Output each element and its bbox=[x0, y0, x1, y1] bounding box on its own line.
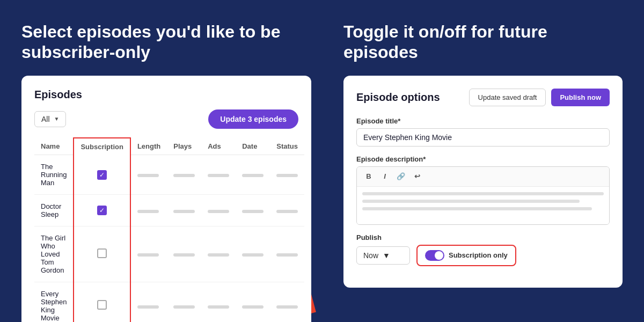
subscription-checkbox[interactable]: ✓ bbox=[74, 155, 130, 195]
episode-description-group: Episode description* B I 🔗 ↩ bbox=[356, 155, 610, 225]
date-cell bbox=[236, 282, 270, 322]
status-cell bbox=[270, 226, 304, 282]
ads-cell bbox=[201, 226, 236, 282]
chevron-down-icon: ▼ bbox=[54, 116, 60, 122]
table-row: Every Stephen King Movie bbox=[34, 282, 304, 322]
checkbox-unchecked-icon[interactable] bbox=[97, 300, 107, 310]
subscription-checkbox[interactable] bbox=[74, 226, 130, 282]
table-row: The Running Man ✓ bbox=[34, 155, 304, 195]
col-subscription: Subscription bbox=[74, 138, 130, 155]
episode-name: The Girl Who Loved Tom Gordon bbox=[34, 226, 74, 282]
length-cell bbox=[130, 155, 167, 195]
bold-button[interactable]: B bbox=[362, 170, 375, 183]
table-row: Doctor Sleep ✓ bbox=[34, 195, 304, 226]
options-card-header: Episode options Update saved draft Publi… bbox=[356, 89, 610, 106]
ads-cell bbox=[201, 195, 236, 226]
text-line bbox=[362, 207, 592, 210]
right-heading: Toggle it on/off for future episodes bbox=[343, 21, 623, 63]
filter-dropdown[interactable]: All ▼ bbox=[34, 111, 66, 127]
ads-cell bbox=[201, 155, 236, 195]
checkbox-checked-icon[interactable]: ✓ bbox=[97, 170, 107, 180]
plays-cell bbox=[167, 282, 201, 322]
length-cell bbox=[130, 195, 167, 226]
chevron-down-icon: ▼ bbox=[383, 251, 390, 260]
col-name: Name bbox=[34, 138, 74, 155]
table-row: The Girl Who Loved Tom Gordon bbox=[34, 226, 304, 282]
italic-button[interactable]: I bbox=[378, 170, 391, 183]
subscription-only-label: Subscription only bbox=[449, 251, 508, 259]
description-content[interactable] bbox=[357, 187, 609, 224]
publish-now-button[interactable]: Publish now bbox=[551, 89, 610, 106]
status-cell bbox=[270, 195, 304, 226]
publish-time-dropdown[interactable]: Now ▼ bbox=[356, 246, 410, 265]
subscription-only-toggle[interactable]: Subscription only bbox=[416, 245, 516, 266]
col-status: Status bbox=[270, 138, 304, 155]
publish-time-value: Now bbox=[363, 251, 378, 260]
episodes-title: Episodes bbox=[34, 89, 298, 101]
date-cell bbox=[236, 195, 270, 226]
card-toolbar: All ▼ Update 3 episodes bbox=[34, 109, 298, 129]
left-heading: Select episodes you'd like to be subscri… bbox=[21, 21, 311, 63]
update-draft-button[interactable]: Update saved draft bbox=[469, 89, 546, 106]
length-cell bbox=[130, 226, 167, 282]
undo-button[interactable]: ↩ bbox=[411, 170, 423, 183]
episodes-card: Episodes All ▼ Update 3 episodes Name Su… bbox=[21, 76, 311, 322]
toggle-switch-icon[interactable] bbox=[425, 250, 444, 261]
episode-options-card: Episode options Update saved draft Publi… bbox=[343, 76, 623, 288]
update-episodes-button[interactable]: Update 3 episodes bbox=[208, 109, 298, 129]
episode-name: The Running Man bbox=[34, 155, 74, 195]
checkbox-checked-icon[interactable]: ✓ bbox=[97, 206, 107, 215]
status-cell bbox=[270, 155, 304, 195]
col-date: Date bbox=[236, 138, 270, 155]
publish-row: Now ▼ Subscription only bbox=[356, 245, 610, 266]
text-line bbox=[362, 192, 604, 195]
ads-cell bbox=[201, 282, 236, 322]
col-ads: Ads bbox=[201, 138, 236, 155]
toggle-knob bbox=[435, 251, 443, 260]
episode-title-input[interactable] bbox=[356, 128, 610, 147]
col-length: Length bbox=[130, 138, 167, 155]
plays-cell bbox=[167, 155, 201, 195]
date-cell bbox=[236, 226, 270, 282]
subscription-checkbox[interactable]: ✓ bbox=[74, 195, 130, 226]
right-panel: Toggle it on/off for future episodes Epi… bbox=[333, 0, 644, 322]
episode-name: Every Stephen King Movie bbox=[34, 282, 74, 322]
rich-text-toolbar: B I 🔗 ↩ bbox=[357, 167, 609, 187]
episode-description-label: Episode description* bbox=[356, 155, 610, 163]
plays-cell bbox=[167, 195, 201, 226]
options-title: Episode options bbox=[356, 91, 440, 104]
episodes-table: Name Subscription Length Plays Ads Date … bbox=[34, 137, 304, 322]
filter-value: All bbox=[41, 115, 50, 123]
plays-cell bbox=[167, 226, 201, 282]
subscription-checkbox[interactable] bbox=[74, 282, 130, 322]
link-button[interactable]: 🔗 bbox=[394, 170, 407, 183]
header-buttons: Update saved draft Publish now bbox=[469, 89, 610, 106]
publish-label: Publish bbox=[356, 233, 610, 241]
checkbox-unchecked-icon[interactable] bbox=[97, 248, 107, 258]
episode-title-group: Episode title* bbox=[356, 117, 610, 147]
rich-text-area: B I 🔗 ↩ bbox=[356, 166, 610, 225]
length-cell bbox=[130, 282, 167, 322]
text-line bbox=[362, 200, 580, 203]
episode-title-label: Episode title* bbox=[356, 117, 610, 125]
status-cell bbox=[270, 282, 304, 322]
date-cell bbox=[236, 155, 270, 195]
publish-group: Publish Now ▼ Subscription only bbox=[356, 233, 610, 266]
episode-name: Doctor Sleep bbox=[34, 195, 74, 226]
left-panel: Select episodes you'd like to be subscri… bbox=[0, 0, 333, 322]
col-plays: Plays bbox=[167, 138, 201, 155]
